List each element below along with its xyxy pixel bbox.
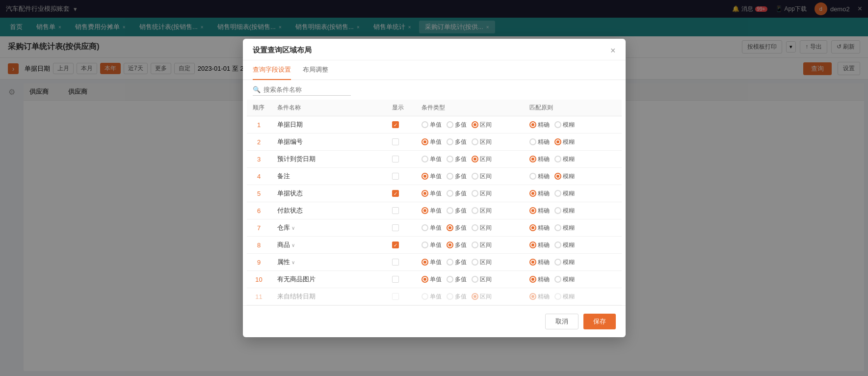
- modal-close-button[interactable]: ×: [610, 46, 616, 55]
- type-radio-item[interactable]: 区间: [472, 189, 492, 198]
- type-radio-item[interactable]: 单值: [421, 155, 442, 163]
- type-radio-item[interactable]: 区间: [472, 258, 492, 267]
- cell-display[interactable]: ✓: [386, 237, 416, 254]
- type-radio-item[interactable]: 多值: [447, 189, 467, 198]
- cell-display[interactable]: [386, 254, 416, 271]
- cell-display[interactable]: ✓: [386, 185, 416, 202]
- display-checkbox[interactable]: [392, 224, 399, 231]
- match-radio-item[interactable]: 模糊: [554, 258, 575, 267]
- search-input[interactable]: [263, 86, 342, 93]
- cancel-button[interactable]: 取消: [545, 314, 579, 329]
- cell-match: 精确模糊: [524, 151, 622, 168]
- type-radio-item[interactable]: 区间: [472, 121, 492, 129]
- display-checkbox[interactable]: [392, 293, 399, 300]
- type-radio-item[interactable]: 多值: [447, 224, 467, 232]
- type-radio-item[interactable]: 区间: [472, 138, 492, 146]
- radio-label: 区间: [480, 224, 492, 232]
- type-radio-item[interactable]: 单值: [421, 275, 442, 284]
- type-radio-item[interactable]: 区间: [472, 172, 492, 181]
- match-radio-item[interactable]: 模糊: [554, 121, 575, 129]
- cell-display[interactable]: [386, 151, 416, 168]
- type-radio-item[interactable]: 区间: [472, 293, 492, 301]
- display-checkbox[interactable]: [392, 156, 399, 162]
- match-radio-item[interactable]: 模糊: [554, 224, 575, 232]
- match-radio-item[interactable]: 精确: [529, 172, 550, 181]
- type-radio-item[interactable]: 多值: [447, 241, 467, 249]
- match-radio-item[interactable]: 精确: [529, 207, 550, 215]
- match-radio-item[interactable]: 模糊: [554, 241, 575, 249]
- modal-table: 顺序 条件名称 显示 条件类型 匹配原则 1单据日期✓单值多值区间精确模糊2单据…: [243, 100, 626, 305]
- type-radio-item[interactable]: 单值: [421, 258, 442, 267]
- match-radio-item[interactable]: 精确: [529, 241, 550, 249]
- match-radio-item[interactable]: 精确: [529, 121, 550, 129]
- modal-title: 设置查询区域布局: [253, 46, 312, 55]
- radio-label: 精确: [538, 241, 550, 249]
- save-button[interactable]: 保存: [583, 314, 616, 329]
- display-checkbox[interactable]: ✓: [392, 121, 399, 128]
- match-radio-item[interactable]: 模糊: [554, 138, 575, 146]
- display-checkbox[interactable]: ✓: [392, 242, 399, 248]
- dropdown-icon[interactable]: ∨: [291, 225, 295, 231]
- type-radio-item[interactable]: 多值: [447, 121, 467, 129]
- radio-circle: [447, 276, 453, 283]
- modal-tab-query-fields[interactable]: 查询字段设置: [253, 60, 291, 80]
- type-radio-item[interactable]: 多值: [447, 207, 467, 215]
- type-radio-item[interactable]: 多值: [447, 155, 467, 163]
- cell-display[interactable]: [386, 202, 416, 219]
- cell-name: 仓库 ∨: [271, 219, 386, 237]
- cell-match: 精确模糊: [524, 254, 622, 271]
- modal-tab-layout[interactable]: 布局调整: [303, 60, 328, 80]
- cell-display[interactable]: ✓: [386, 116, 416, 134]
- type-radio-item[interactable]: 单值: [421, 224, 442, 232]
- cell-match: 精确模糊: [524, 237, 622, 254]
- type-radio-item[interactable]: 区间: [472, 241, 492, 249]
- type-radio-item[interactable]: 多值: [447, 138, 467, 146]
- match-radio-item[interactable]: 模糊: [554, 207, 575, 215]
- display-checkbox[interactable]: [392, 207, 399, 214]
- radio-circle: [421, 224, 428, 231]
- match-radio-item[interactable]: 精确: [529, 155, 550, 163]
- type-radio-item[interactable]: 多值: [447, 258, 467, 267]
- cell-type: 单值多值区间: [416, 185, 524, 202]
- modal-dialog: 设置查询区域布局 × 查询字段设置 布局调整 🔍 顺序: [243, 39, 626, 337]
- type-radio-item[interactable]: 单值: [421, 138, 442, 146]
- match-radio-item[interactable]: 精确: [529, 138, 550, 146]
- dropdown-icon[interactable]: ∨: [291, 260, 295, 265]
- cell-display[interactable]: [386, 219, 416, 237]
- radio-circle: [472, 276, 478, 283]
- match-radio-item[interactable]: 精确: [529, 293, 550, 301]
- type-radio-item[interactable]: 单值: [421, 207, 442, 215]
- display-checkbox[interactable]: [392, 138, 399, 145]
- cell-display[interactable]: [386, 134, 416, 151]
- display-checkbox[interactable]: [392, 276, 399, 283]
- radio-label: 区间: [480, 189, 492, 198]
- type-radio-item[interactable]: 单值: [421, 241, 442, 249]
- type-radio-item[interactable]: 单值: [421, 172, 442, 181]
- match-radio-item[interactable]: 模糊: [554, 155, 575, 163]
- type-radio-item[interactable]: 多值: [447, 275, 467, 284]
- match-radio-item[interactable]: 模糊: [554, 293, 575, 301]
- match-radio-item[interactable]: 精确: [529, 189, 550, 198]
- match-radio-item[interactable]: 模糊: [554, 275, 575, 284]
- match-radio-item[interactable]: 精确: [529, 275, 550, 284]
- type-radio-item[interactable]: 单值: [421, 189, 442, 198]
- display-checkbox[interactable]: [392, 173, 399, 180]
- type-radio-item[interactable]: 区间: [472, 155, 492, 163]
- display-checkbox[interactable]: [392, 259, 399, 266]
- match-radio-item[interactable]: 模糊: [554, 172, 575, 181]
- match-radio-item[interactable]: 精确: [529, 224, 550, 232]
- cell-display[interactable]: [386, 271, 416, 288]
- type-radio-item[interactable]: 单值: [421, 293, 442, 301]
- type-radio-item[interactable]: 多值: [447, 293, 467, 301]
- cell-display[interactable]: [386, 168, 416, 185]
- display-checkbox[interactable]: ✓: [392, 190, 399, 197]
- type-radio-item[interactable]: 多值: [447, 172, 467, 181]
- dropdown-icon[interactable]: ∨: [291, 242, 295, 248]
- match-radio-item[interactable]: 精确: [529, 258, 550, 267]
- type-radio-item[interactable]: 区间: [472, 207, 492, 215]
- type-radio-item[interactable]: 单值: [421, 121, 442, 129]
- cell-display[interactable]: [386, 288, 416, 305]
- type-radio-item[interactable]: 区间: [472, 224, 492, 232]
- match-radio-item[interactable]: 模糊: [554, 189, 575, 198]
- type-radio-item[interactable]: 区间: [472, 275, 492, 284]
